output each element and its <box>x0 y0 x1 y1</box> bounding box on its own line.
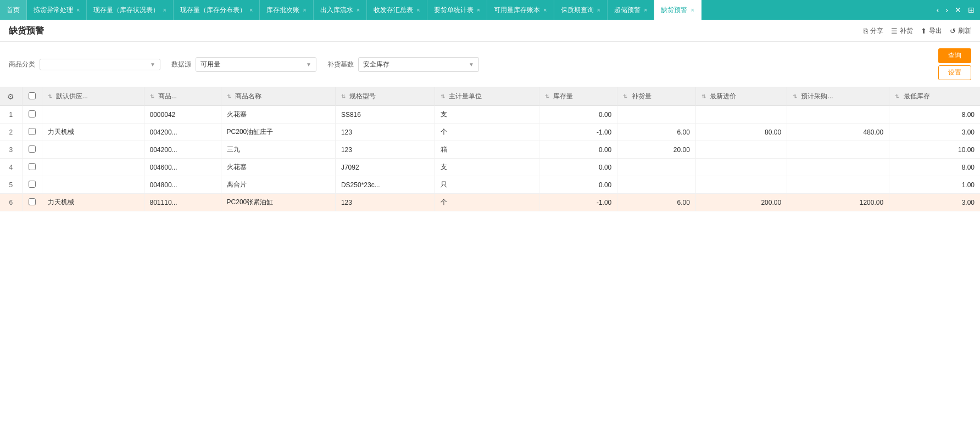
tab-inout-flow-close[interactable]: × <box>357 7 360 13</box>
th-unit[interactable]: ⇅ 主计量单位 <box>435 87 539 106</box>
row-min-stock-1: 8.00 <box>889 106 980 124</box>
tab-demand-stats[interactable]: 要货单统计表 × <box>427 0 487 20</box>
row-unit-2: 个 <box>435 124 539 141</box>
row-checkbox-4[interactable] <box>22 159 42 176</box>
row-num-5: 5 <box>0 176 22 194</box>
row-unit-1: 支 <box>435 106 539 124</box>
tab-prev-button[interactable]: ‹ <box>933 3 943 16</box>
tab-nav-buttons: ‹ › ✕ ⊞ <box>933 3 980 16</box>
row-checkbox-2[interactable] <box>22 124 42 141</box>
row-checkbox-1[interactable] <box>22 106 42 124</box>
replenishbase-select[interactable]: 安全库存 ▼ <box>358 57 479 72</box>
row-unit-4: 支 <box>435 159 539 176</box>
th-stock[interactable]: ⇅ 库存量 <box>539 87 617 106</box>
row-min-stock-4: 8.00 <box>889 159 980 176</box>
datasource-select[interactable]: 可用量 ▼ <box>196 57 316 72</box>
table-row: 3 004200... 三九 123 箱 0.00 20.00 10.00 <box>0 141 980 159</box>
replenish-button[interactable]: ☰ 补货 <box>891 26 913 36</box>
row-code-6: 801110... <box>144 194 221 211</box>
tab-inventory-status-close[interactable]: × <box>163 7 166 13</box>
row-stock-3: 0.00 <box>539 141 617 159</box>
tab-overstock-close[interactable]: × <box>644 7 647 13</box>
row-num-1: 1 <box>0 106 22 124</box>
tab-inout-flow[interactable]: 出入库流水 × <box>314 0 367 20</box>
tab-available-ledger[interactable]: 可用量库存账本 × <box>487 0 554 20</box>
row-unit-6: 个 <box>435 194 539 211</box>
th-min-stock[interactable]: ⇅ 最低库存 <box>889 87 980 106</box>
tab-inventory-dist[interactable]: 现存量（库存分布表） × <box>174 0 260 20</box>
tab-shortage[interactable]: 缺货预警 × <box>654 0 701 20</box>
row-check-2[interactable] <box>29 128 36 135</box>
th-gear[interactable]: ⚙ <box>0 87 22 106</box>
sort-icon-name: ⇅ <box>227 93 231 99</box>
row-latest-price-4 <box>695 159 787 176</box>
table-header-row: ⚙ ⇅ 默认供应... ⇅ 商品... ⇅ 商品名称 <box>0 87 980 106</box>
row-supplier-4 <box>42 159 144 176</box>
row-check-1[interactable] <box>29 110 36 117</box>
category-select[interactable]: ▼ <box>40 59 160 70</box>
tab-close-all-button[interactable]: ✕ <box>951 3 965 16</box>
share-icon: ⎘ <box>864 27 868 35</box>
sort-icon-min-stock: ⇅ <box>895 93 899 99</box>
tab-available-ledger-close[interactable]: × <box>543 7 547 13</box>
refresh-button[interactable]: ↺ 刷新 <box>950 26 971 36</box>
query-button[interactable]: 查询 <box>938 48 971 63</box>
row-num-4: 4 <box>0 159 22 176</box>
row-checkbox-6[interactable] <box>22 194 42 211</box>
row-replenish-qty-6: 6.00 <box>617 194 696 211</box>
tab-home[interactable]: 首页 <box>0 0 27 20</box>
row-unit-5: 只 <box>435 176 539 194</box>
row-check-4[interactable] <box>29 163 36 170</box>
row-code-5: 004800... <box>144 176 221 194</box>
sort-icon-price: ⇅ <box>701 93 706 99</box>
th-product-code[interactable]: ⇅ 商品... <box>144 87 221 106</box>
table-row: 4 004600... 火花塞 J7092 支 0.00 8.00 <box>0 159 980 176</box>
export-button[interactable]: ⬆ 导出 <box>921 26 942 36</box>
settings-button[interactable]: 设置 <box>938 65 971 80</box>
th-estimated-purchase[interactable]: ⇅ 预计采购... <box>787 87 889 106</box>
tab-receive-summary-close[interactable]: × <box>416 7 420 13</box>
row-check-6[interactable] <box>29 198 36 205</box>
tab-expiry-query-close[interactable]: × <box>597 7 600 13</box>
tab-inventory-dist-close[interactable]: × <box>249 7 253 13</box>
tab-batch-account[interactable]: 库存批次账 × <box>260 0 313 20</box>
row-check-5[interactable] <box>29 181 36 188</box>
datasource-select-value: 可用量 <box>201 60 220 69</box>
tab-next-button[interactable]: › <box>942 3 951 16</box>
row-name-3: 三九 <box>221 141 335 159</box>
row-check-3[interactable] <box>29 145 36 153</box>
th-replenish-qty[interactable]: ⇅ 补货量 <box>617 87 696 106</box>
row-estimated-purchase-2: 480.00 <box>787 124 889 141</box>
tab-batch-account-close[interactable]: × <box>303 7 306 13</box>
tab-overstock[interactable]: 超储预警 × <box>608 0 654 20</box>
row-unit-3: 箱 <box>435 141 539 159</box>
th-product-name[interactable]: ⇅ 商品名称 <box>221 87 335 106</box>
row-latest-price-5 <box>695 176 787 194</box>
th-latest-price[interactable]: ⇅ 最新进价 <box>695 87 787 106</box>
row-replenish-qty-4 <box>617 159 696 176</box>
row-spec-1: SS816 <box>335 106 435 124</box>
page-header: 缺货预警 ⎘ 分享 ☰ 补货 ⬆ 导出 ↺ 刷新 <box>0 20 980 42</box>
row-checkbox-3[interactable] <box>22 141 42 159</box>
tab-expand-button[interactable]: ⊞ <box>965 3 978 16</box>
tab-expiry-query[interactable]: 保质期查询 × <box>554 0 608 20</box>
tab-receive-summary[interactable]: 收发存汇总表 × <box>367 0 427 20</box>
th-default-supplier[interactable]: ⇅ 默认供应... <box>42 87 144 106</box>
row-code-1: 0000042 <box>144 106 221 124</box>
gear-icon[interactable]: ⚙ <box>7 92 14 101</box>
th-checkbox[interactable] <box>22 87 42 106</box>
row-checkbox-5[interactable] <box>22 176 42 194</box>
th-spec[interactable]: ⇅ 规格型号 <box>335 87 435 106</box>
row-replenish-qty-5 <box>617 176 696 194</box>
datasource-label: 数据源 <box>171 60 191 69</box>
tab-inventory-status[interactable]: 现存量（库存状况表） × <box>87 0 173 20</box>
tab-exception[interactable]: 拣货异常处理 × <box>27 0 87 20</box>
tab-exception-close[interactable]: × <box>76 7 80 13</box>
row-num-6: 6 <box>0 194 22 211</box>
tab-shortage-close[interactable]: × <box>691 7 694 13</box>
row-spec-6: 123 <box>335 194 435 211</box>
share-button[interactable]: ⎘ 分享 <box>864 26 883 36</box>
row-stock-6: -1.00 <box>539 194 617 211</box>
tab-demand-stats-close[interactable]: × <box>477 7 480 13</box>
select-all-checkbox[interactable] <box>29 92 36 99</box>
